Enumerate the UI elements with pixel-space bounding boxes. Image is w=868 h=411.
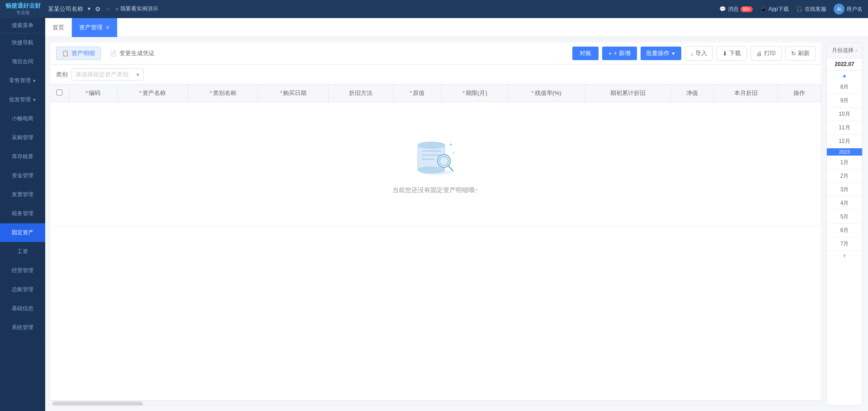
app-download-button[interactable]: 📱 App下载 (760, 5, 789, 13)
batch-arrow-icon: ▼ (671, 51, 676, 56)
month-selector-panel: 月份选择 › 2022.07 ▲ 8月 9月 10月 11月 12月 2023 … (826, 43, 863, 406)
sidebar-item-general-ledger[interactable]: 总账管理 (0, 280, 45, 299)
bottom-scrollbar[interactable] (51, 400, 821, 406)
top-bar-right: 💬 消息 99+ 📱 App下载 🎧 在线客服 Ai 用户名 (719, 4, 863, 14)
app-title: 畅捷通好业财 (5, 2, 41, 10)
sidebar-item-inventory[interactable]: 库存核算 (0, 147, 45, 166)
import-icon: ↓ (691, 50, 694, 57)
sidebar-item-wholesale[interactable]: 批发管理 ▼ (0, 90, 45, 109)
message-icon: 💬 (719, 6, 726, 12)
th-net-value: 净值 (671, 85, 713, 102)
add-icon: + (609, 50, 612, 57)
empty-text: 当前您还没有固定资产明细哦~ (392, 186, 478, 194)
month-item-11[interactable]: 11月 (827, 121, 862, 135)
sidebar-item-system[interactable]: 系统管理 (0, 318, 45, 337)
category-label: 类别 (56, 71, 68, 79)
th-original-value: *原值 (393, 85, 442, 102)
company-name: 某某公司名称 (48, 5, 83, 13)
sidebar-item-invoice[interactable]: 发票管理 (0, 185, 45, 204)
company-dropdown-icon[interactable]: ▼ (87, 6, 91, 11)
sidebar-item-quick-nav[interactable]: 快捷导航 (0, 33, 45, 52)
add-button[interactable]: + + 新增 (602, 47, 637, 60)
sidebar: 搜索菜单 快捷导航 项目合同 零售管理 ▼ 批发管理 ▼ 小畅电商 采购管理 库 (0, 18, 45, 411)
sidebar-item-tax[interactable]: 税务管理 (0, 204, 45, 223)
tab-home[interactable]: 首页 (45, 18, 72, 37)
month-item-4[interactable]: 4月 (827, 197, 862, 210)
user-profile[interactable]: Ai 用户名 (834, 4, 863, 14)
sidebar-item-basic-info[interactable]: 基础信息 (0, 299, 45, 318)
svg-point-8 (439, 156, 448, 165)
month-item-3[interactable]: 3月 (827, 183, 862, 197)
th-code: *编码 (69, 85, 118, 102)
content-area: 首页 资产管理 ✕ 📋 资产明细 📄 变更生成凭证 (45, 18, 868, 411)
month-item-8[interactable]: 8月 (827, 80, 862, 94)
empty-illustration: ✦ ✦ (409, 134, 463, 179)
change-voucher-icon: 📄 (110, 50, 117, 57)
month-item-10[interactable]: 10月 (827, 108, 862, 121)
download-button[interactable]: ⬇ 下载 (717, 46, 747, 61)
sidebar-item-operations[interactable]: 经营管理 (0, 261, 45, 280)
sidebar-item-ecommerce[interactable]: 小畅电商 (0, 109, 45, 128)
app-logo: 畅捷通好业财 专业版 (5, 2, 44, 16)
messages-button[interactable]: 💬 消息 99+ (719, 5, 753, 13)
user-name: 用户名 (846, 5, 863, 13)
sub-tabs-toolbar: 📋 资产明细 📄 变更生成凭证 对账 + + 新增 (51, 43, 821, 65)
th-checkbox (51, 85, 69, 102)
online-service-button[interactable]: 🎧 在线客服 (796, 5, 826, 13)
refresh-button[interactable]: ↻ 刷新 (785, 46, 816, 61)
app-subtitle: 专业版 (5, 9, 41, 16)
month-item-6[interactable]: 6月 (827, 224, 862, 237)
app-download-icon: 📱 (760, 6, 767, 12)
messages-badge: 99+ (741, 6, 753, 12)
service-icon: 🎧 (796, 6, 803, 12)
svg-point-5 (418, 142, 445, 148)
main-layout: 搜索菜单 快捷导航 项目合同 零售管理 ▼ 批发管理 ▼ 小畅电商 采购管理 库 (0, 18, 868, 411)
month-selector-header: 月份选择 › (827, 43, 862, 58)
asset-detail-icon: 📋 (62, 50, 69, 57)
month-item-12[interactable]: 12月 (827, 135, 862, 148)
reconcile-button[interactable]: 对账 (572, 47, 599, 60)
sidebar-item-purchase[interactable]: 采购管理 (0, 128, 45, 147)
month-nav-down-button[interactable]: ▼ (827, 251, 862, 261)
sidebar-item-retail[interactable]: 零售管理 ▼ (0, 71, 45, 90)
select-all-checkbox[interactable] (57, 90, 62, 95)
month-item-1[interactable]: 1月 (827, 156, 862, 170)
category-select[interactable]: 请选择固定资产类别 (71, 68, 144, 80)
th-monthly-depreciation: 本月折旧 (713, 85, 778, 102)
import-button[interactable]: ↓ 导入 (685, 46, 713, 61)
filter-bar: 类别 请选择固定资产类别 (51, 65, 821, 85)
th-residual-rate: *残值率(%) (508, 85, 585, 102)
settings-icon[interactable]: ⚙ (95, 5, 101, 13)
empty-state-cell: ✦ ✦ 当前您还没有固定资产明细哦~ (51, 102, 821, 227)
category-select-container[interactable]: 请选择固定资产类别 (71, 68, 144, 80)
month-item-9[interactable]: 9月 (827, 94, 862, 108)
sidebar-item-project-contract[interactable]: 项目合同 (0, 52, 45, 71)
toolbar-right: 对账 + + 新增 批量操作 ▼ ↓ 导入 (572, 46, 816, 61)
th-category-name: *类别名称 (188, 85, 258, 102)
search-menu-label[interactable]: 搜索菜单 (12, 22, 33, 28)
month-item-2[interactable]: 2月 (827, 170, 862, 183)
print-button[interactable]: 🖨 打印 (750, 46, 782, 61)
batch-ops-button[interactable]: 批量操作 ▼ (641, 47, 681, 60)
sub-tab-asset-detail[interactable]: 📋 资产明细 (56, 47, 101, 60)
month-nav-up-button[interactable]: ▲ (827, 71, 862, 80)
month-item-5[interactable]: 5月 (827, 210, 862, 224)
svg-point-6 (418, 167, 445, 173)
sub-tab-change-voucher[interactable]: 📄 变更生成凭证 (104, 47, 160, 60)
current-year-month: 2022.07 (827, 58, 862, 71)
sidebar-search[interactable]: 搜索菜单 (0, 18, 45, 33)
refresh-icon: ↻ (791, 50, 796, 57)
sidebar-item-salary[interactable]: 工资 (0, 242, 45, 261)
top-bar-left: 畅捷通好业财 专业版 某某公司名称 ▼ ⚙ ○ ○ 我要看实例演示 (5, 2, 158, 16)
sidebar-item-finance[interactable]: 资金管理 (0, 166, 45, 185)
month-item-7[interactable]: 7月 (827, 237, 862, 251)
year-2023-indicator: 2023 (827, 148, 862, 156)
svg-text:✦: ✦ (452, 151, 455, 155)
wholesale-arrow-icon: ▼ (33, 98, 37, 102)
example-link[interactable]: ○ 我要看实例演示 (115, 5, 158, 13)
tab-close-icon[interactable]: ✕ (105, 24, 110, 31)
sidebar-item-fixed-assets[interactable]: 固定资产 (0, 223, 45, 242)
tab-asset-management[interactable]: 资产管理 ✕ (72, 18, 118, 37)
svg-text:✦: ✦ (448, 142, 453, 148)
collapse-icon[interactable]: › (855, 48, 857, 53)
